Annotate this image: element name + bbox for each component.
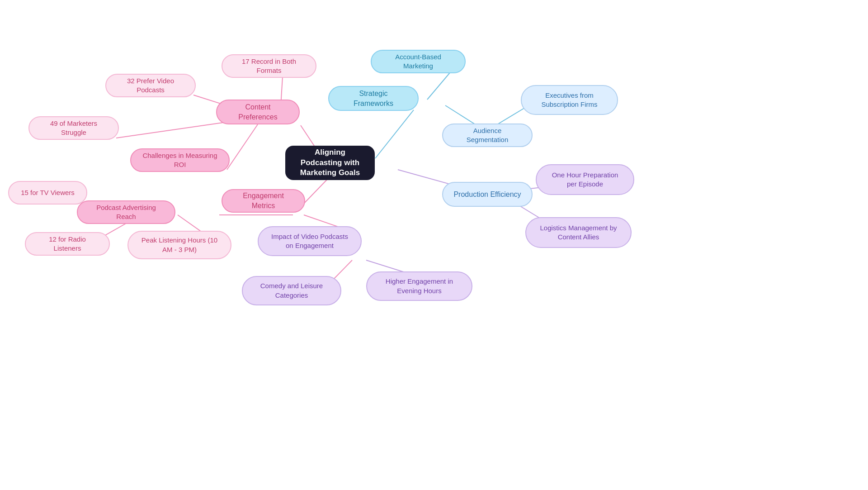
- challenges-roi-node[interactable]: Challenges in Measuring ROI: [130, 148, 230, 172]
- tv-viewers-node[interactable]: 15 for TV Viewers: [8, 181, 87, 205]
- comedy-leisure-node[interactable]: Comedy and Leisure Categories: [242, 276, 341, 305]
- logistics-mgmt-node[interactable]: Logistics Management by Content Allies: [525, 217, 632, 248]
- svg-line-13: [375, 110, 414, 158]
- strategic-frameworks-node[interactable]: Strategic Frameworks: [328, 86, 419, 111]
- radio-listeners-node[interactable]: 12 for Radio Listeners: [25, 232, 110, 256]
- engagement-metrics-node[interactable]: Engagement Metrics: [222, 189, 305, 213]
- svg-line-5: [304, 176, 330, 204]
- production-efficiency-node[interactable]: Production Efficiency: [442, 182, 533, 207]
- svg-line-14: [427, 70, 452, 100]
- peak-listening-node[interactable]: Peak Listening Hours (10 AM - 3 PM): [127, 231, 231, 259]
- higher-engagement-node[interactable]: Higher Engagement in Evening Hours: [366, 271, 472, 301]
- podcast-advertising-reach-node[interactable]: Podcast Advertising Reach: [77, 200, 175, 224]
- record-both-formats-node[interactable]: 17 Record in Both Formats: [222, 54, 316, 78]
- impact-video-node[interactable]: Impact of Video Podcasts on Engagement: [258, 226, 362, 256]
- content-preferences-node[interactable]: Content Preferences: [216, 100, 300, 124]
- executives-subscription-node[interactable]: Executives from Subscription Firms: [521, 85, 618, 115]
- svg-line-4: [227, 124, 258, 170]
- center-node[interactable]: Aligning Podcasting with Marketing Goals: [285, 146, 375, 180]
- audience-segmentation-node[interactable]: Audience Segmentation: [442, 124, 533, 147]
- account-based-marketing-node[interactable]: Account-Based Marketing: [371, 50, 466, 73]
- one-hour-prep-node[interactable]: One Hour Preparation per Episode: [536, 164, 634, 195]
- svg-line-3: [116, 122, 226, 138]
- marketers-struggle-node[interactable]: 49 of Marketers Struggle: [28, 116, 119, 140]
- prefer-video-node[interactable]: 32 Prefer Video Podcasts: [105, 74, 196, 97]
